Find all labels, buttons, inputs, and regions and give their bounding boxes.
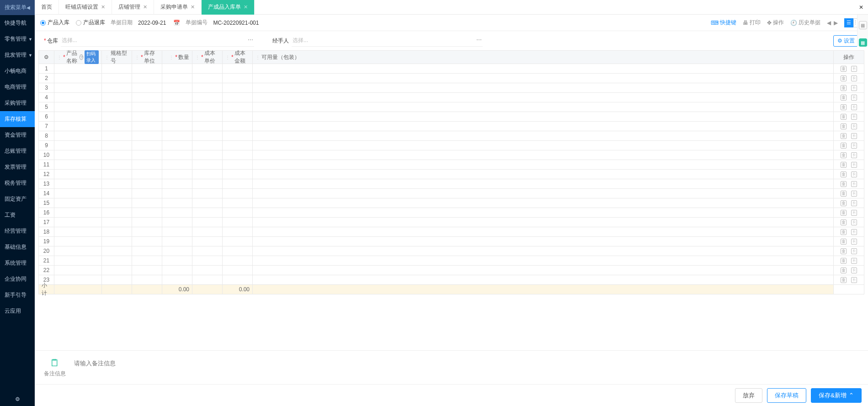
table-row[interactable]: 3 <box>39 83 833 92</box>
print-button[interactable]: 🖶 打印 <box>743 19 761 27</box>
sidebar-item-1[interactable]: 零售管理▼ <box>0 31 35 47</box>
table-row[interactable]: 4 <box>39 92 833 102</box>
delete-icon[interactable]: 🗑 <box>841 104 847 110</box>
copy-icon[interactable]: ⎘ <box>851 191 857 197</box>
table-row[interactable]: 23 <box>39 275 833 284</box>
copy-icon[interactable]: ⎘ <box>851 258 857 264</box>
table-row[interactable]: 16 <box>39 208 833 217</box>
table-row[interactable]: 7 <box>39 121 833 131</box>
copy-icon[interactable]: ⎘ <box>851 123 857 129</box>
copy-icon[interactable]: ⎘ <box>851 200 857 206</box>
table-row[interactable]: 9 <box>39 140 833 150</box>
table-row[interactable]: 18 <box>39 227 833 236</box>
copy-icon[interactable]: ⎘ <box>851 239 857 245</box>
tab-3[interactable]: 采购申请单✕ <box>154 0 202 15</box>
copy-icon[interactable]: ⎘ <box>851 248 857 254</box>
sidebar-item-13[interactable]: 经营管理 <box>0 223 35 239</box>
sidebar-item-17[interactable]: 新手引导 <box>0 287 35 303</box>
tab-close-icon[interactable]: ✕ <box>191 4 195 10</box>
col-product-name[interactable]: ⋮* 产品名称 ? 扫码录入 <box>54 51 102 64</box>
sidebar-item-3[interactable]: 小畅电商 <box>0 63 35 79</box>
copy-icon[interactable]: ⎘ <box>851 104 857 110</box>
sidebar-item-9[interactable]: 发票管理 <box>0 159 35 175</box>
table-row[interactable]: 1 <box>39 64 833 73</box>
table-row[interactable]: 21 <box>39 256 833 265</box>
delete-icon[interactable]: 🗑 <box>841 85 847 91</box>
col-avail[interactable]: ⋮可用量（包装） <box>253 51 833 64</box>
tab-4[interactable]: 产成品入库单✕ <box>202 0 255 15</box>
delete-icon[interactable]: 🗑 <box>841 191 847 197</box>
sidebar-item-4[interactable]: 电商管理 <box>0 79 35 95</box>
delete-icon[interactable]: 🗑 <box>841 258 847 264</box>
table-row[interactable]: 14 <box>39 188 833 198</box>
copy-icon[interactable]: ⎘ <box>851 66 857 72</box>
sidebar-item-15[interactable]: 系统管理 <box>0 255 35 271</box>
delete-icon[interactable]: 🗑 <box>841 114 847 120</box>
sidebar-search[interactable]: 搜索菜单 ◀ <box>0 0 35 15</box>
sidebar-item-0[interactable]: 快捷导航 <box>0 15 35 31</box>
col-unit[interactable]: ⋮*库存单位 <box>132 51 162 64</box>
delete-icon[interactable]: 🗑 <box>841 229 847 235</box>
date-value[interactable]: 2022-09-21 <box>138 20 166 26</box>
sidebar-item-8[interactable]: 总账管理 <box>0 143 35 159</box>
table-row[interactable]: 10 <box>39 150 833 160</box>
tab-0[interactable]: 首页 <box>35 0 59 15</box>
copy-icon[interactable]: ⎘ <box>851 75 857 81</box>
action-button[interactable]: ✥ 操作 <box>767 19 784 27</box>
col-amt[interactable]: ⋮*成本金额 <box>223 51 253 64</box>
table-row[interactable]: 5 <box>39 102 833 112</box>
col-qty[interactable]: ⋮*数量 <box>162 51 192 64</box>
sidebar-settings[interactable]: ⚙ <box>0 392 35 406</box>
discard-button[interactable]: 放弃 <box>735 388 762 403</box>
grid-settings-button[interactable]: ⚙ 设置 <box>833 35 859 47</box>
sidebar-item-18[interactable]: 云应用 <box>0 303 35 319</box>
copy-icon[interactable]: ⎘ <box>851 229 857 235</box>
table-row[interactable]: 19 <box>39 236 833 246</box>
copy-icon[interactable]: ⎘ <box>851 277 857 283</box>
table-row[interactable]: 22 <box>39 265 833 275</box>
copy-icon[interactable]: ⎘ <box>851 114 857 120</box>
tab-close-icon[interactable]: ✕ <box>101 4 105 10</box>
copy-icon[interactable]: ⎘ <box>851 162 857 168</box>
table-row[interactable]: 13 <box>39 179 833 188</box>
page-next[interactable]: ▶ <box>834 20 838 26</box>
ellipsis-icon[interactable]: ⋯ <box>248 37 253 43</box>
save-draft-button[interactable]: 保存草稿 <box>767 388 806 403</box>
sidebar-item-11[interactable]: 固定资产 <box>0 191 35 207</box>
page-prev[interactable]: ◀ <box>827 20 831 26</box>
delete-icon[interactable]: 🗑 <box>841 239 847 245</box>
delete-icon[interactable]: 🗑 <box>841 248 847 254</box>
delete-icon[interactable]: 🗑 <box>841 200 847 206</box>
delete-icon[interactable]: 🗑 <box>841 219 847 225</box>
sidebar-item-14[interactable]: 基础信息 <box>0 239 35 255</box>
copy-icon[interactable]: ⎘ <box>851 133 857 139</box>
delete-icon[interactable]: 🗑 <box>841 123 847 129</box>
delete-icon[interactable]: 🗑 <box>841 181 847 187</box>
scan-tag[interactable]: 扫码录入 <box>85 50 99 64</box>
sidebar-item-2[interactable]: 批发管理▼ <box>0 47 35 63</box>
delete-icon[interactable]: 🗑 <box>841 66 847 72</box>
sidebar-item-12[interactable]: 工资 <box>0 207 35 223</box>
delete-icon[interactable]: 🗑 <box>841 277 847 283</box>
collapse-icon[interactable]: ◀ <box>27 5 30 10</box>
copy-icon[interactable]: ⎘ <box>851 181 857 187</box>
tab-2[interactable]: 店铺管理✕ <box>112 0 154 15</box>
radio-product-out[interactable]: 产品退库 <box>76 19 105 27</box>
ellipsis-icon[interactable]: ⋯ <box>476 37 482 43</box>
tab-1[interactable]: 旺铺店铺设置✕ <box>59 0 112 15</box>
table-row[interactable]: 15 <box>39 198 833 208</box>
warehouse-select[interactable]: 选择... ⋯ <box>61 35 254 47</box>
handler-select[interactable]: 选择... ⋯ <box>292 35 483 47</box>
history-button[interactable]: 🕘 历史单据 <box>790 19 820 27</box>
col-settings[interactable]: ⚙ <box>39 51 54 64</box>
copy-icon[interactable]: ⎘ <box>851 143 857 149</box>
tab-close-icon[interactable]: ✕ <box>143 4 147 10</box>
delete-icon[interactable]: 🗑 <box>841 152 847 158</box>
copy-icon[interactable]: ⎘ <box>851 171 857 177</box>
copy-icon[interactable]: ⎘ <box>851 210 857 216</box>
hotkey-button[interactable]: ⌨ 快捷键 <box>711 19 736 27</box>
view-list[interactable]: ☰ <box>844 18 853 27</box>
rail-item-2[interactable]: ▦ <box>859 38 867 47</box>
save-new-button[interactable]: 保存&新增 ⌃ <box>811 388 862 403</box>
table-row[interactable]: 17 <box>39 217 833 227</box>
